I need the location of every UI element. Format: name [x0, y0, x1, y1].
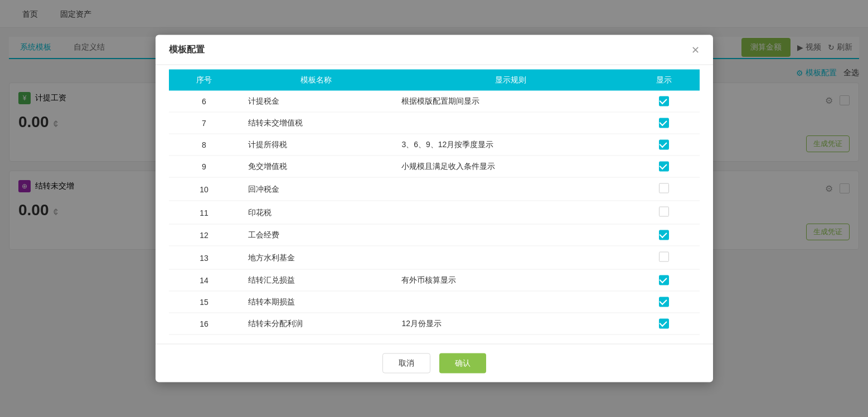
row-rule: 3、6、9、12月按季度显示 [392, 134, 628, 156]
row-checkbox-cell [629, 224, 700, 246]
row-id: 10 [169, 177, 240, 201]
row-checkbox-4[interactable] [659, 183, 669, 193]
table-row: 12工会经费 [169, 224, 700, 246]
table-header-row: 序号 模板名称 显示规则 显示 [169, 70, 700, 91]
row-name: 计提税金 [239, 91, 392, 113]
row-id: 13 [169, 246, 240, 269]
template-config-modal: 模板配置 ✕ 序号 模板名称 显示规则 显示 6计提税金根据模版配置期间显示7结… [156, 35, 713, 382]
row-id: 9 [169, 156, 240, 177]
row-rule: 小规模且满足收入条件显示 [392, 156, 628, 177]
col-header-show: 显示 [629, 70, 700, 91]
modal-header: 模板配置 ✕ [156, 35, 713, 65]
row-name: 印花税 [239, 201, 392, 224]
row-rule [392, 291, 628, 313]
modal-close-button[interactable]: ✕ [691, 45, 700, 55]
row-checkbox-cell [629, 134, 700, 156]
row-name: 结转本期损益 [239, 291, 392, 313]
table-row: 8计提所得税3、6、9、12月按季度显示 [169, 134, 700, 156]
modal-body: 序号 模板名称 显示规则 显示 6计提税金根据模版配置期间显示7结转未交增值税8… [156, 65, 713, 344]
row-rule [392, 177, 628, 201]
row-id: 16 [169, 313, 240, 334]
modal-footer: 取消 确认 [156, 344, 713, 382]
row-checkbox-10[interactable] [659, 319, 669, 329]
row-rule [392, 224, 628, 246]
row-id: 8 [169, 134, 240, 156]
row-checkbox-7[interactable] [659, 252, 669, 262]
row-checkbox-cell [629, 291, 700, 313]
row-rule [392, 112, 628, 134]
row-checkbox-1[interactable] [659, 118, 669, 128]
row-checkbox-5[interactable] [659, 207, 669, 217]
row-name: 结转未交增值税 [239, 112, 392, 134]
table-row: 15结转本期损益 [169, 291, 700, 313]
row-name: 免交增值税 [239, 156, 392, 177]
table-row: 6计提税金根据模版配置期间显示 [169, 91, 700, 113]
table-row: 13地方水利基金 [169, 246, 700, 269]
table-row: 14结转汇兑损益有外币核算显示 [169, 269, 700, 291]
cancel-button[interactable]: 取消 [382, 353, 430, 374]
row-checkbox-8[interactable] [659, 275, 669, 285]
table-row: 16结转未分配利润12月份显示 [169, 313, 700, 334]
row-rule: 根据模版配置期间显示 [392, 91, 628, 113]
row-id: 11 [169, 201, 240, 224]
table-row: 7结转未交增值税 [169, 112, 700, 134]
row-rule [392, 201, 628, 224]
row-checkbox-9[interactable] [659, 297, 669, 307]
col-header-name: 模板名称 [239, 70, 392, 91]
row-name: 工会经费 [239, 224, 392, 246]
row-name: 计提所得税 [239, 134, 392, 156]
row-id: 6 [169, 91, 240, 113]
row-rule: 有外币核算显示 [392, 269, 628, 291]
row-name: 地方水利基金 [239, 246, 392, 269]
row-id: 7 [169, 112, 240, 134]
row-rule [392, 246, 628, 269]
row-checkbox-cell [629, 313, 700, 334]
row-id: 15 [169, 291, 240, 313]
config-table: 序号 模板名称 显示规则 显示 6计提税金根据模版配置期间显示7结转未交增值税8… [169, 70, 700, 335]
row-checkbox-cell [629, 177, 700, 201]
table-row: 9免交增值税小规模且满足收入条件显示 [169, 156, 700, 177]
col-header-id: 序号 [169, 70, 240, 91]
row-checkbox-cell [629, 91, 700, 113]
row-rule: 12月份显示 [392, 313, 628, 334]
row-checkbox-cell [629, 156, 700, 177]
row-checkbox-cell [629, 269, 700, 291]
row-checkbox-6[interactable] [659, 230, 669, 240]
table-row: 10回冲税金 [169, 177, 700, 201]
row-name: 回冲税金 [239, 177, 392, 201]
confirm-button[interactable]: 确认 [439, 353, 486, 374]
row-checkbox-cell [629, 246, 700, 269]
row-checkbox-cell [629, 112, 700, 134]
row-checkbox-3[interactable] [659, 162, 669, 172]
row-id: 12 [169, 224, 240, 246]
col-header-rule: 显示规则 [392, 70, 628, 91]
row-name: 结转汇兑损益 [239, 269, 392, 291]
row-id: 14 [169, 269, 240, 291]
modal-title: 模板配置 [169, 44, 205, 56]
row-name: 结转未分配利润 [239, 313, 392, 334]
table-row: 11印花税 [169, 201, 700, 224]
row-checkbox-cell [629, 201, 700, 224]
row-checkbox-0[interactable] [659, 96, 669, 106]
row-checkbox-2[interactable] [659, 140, 669, 150]
